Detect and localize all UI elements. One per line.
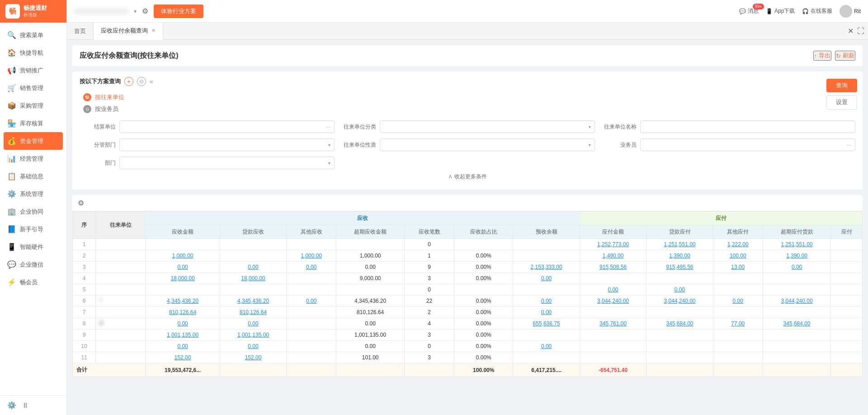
cell-overdue-payable[interactable]: 1,251,551.00: [763, 239, 831, 250]
sidebar-item-basicinfo[interactable]: 📋 基础信息: [0, 167, 66, 185]
cell-receivable-amount[interactable]: 0.00: [146, 262, 220, 273]
cell-loan-receivable[interactable]: 1,001,135.00: [220, 329, 286, 341]
cell-other-payable[interactable]: 77.00: [713, 318, 763, 329]
sidebar-item-system[interactable]: ⚙️ 系统管理: [0, 185, 66, 203]
field-input-dept[interactable]: ▾: [119, 138, 335, 151]
cell-advance-balance[interactable]: 0.00: [513, 307, 580, 318]
cell-overdue-payable[interactable]: 0.00: [763, 262, 831, 273]
tab-close-icon[interactable]: ✕: [151, 28, 156, 33]
col-header-payable-amount: 应付金额: [580, 225, 646, 239]
cell-overdue-payable[interactable]: 3,044,240.00: [763, 296, 831, 307]
maximize-icon[interactable]: ⛶: [857, 27, 864, 35]
cell-loan-payable[interactable]: 1,390.00: [646, 250, 713, 262]
cell-loan-receivable[interactable]: 4,345,436.20: [220, 296, 286, 307]
scheme-by-company[interactable]: 畅 按往来单位: [80, 91, 855, 103]
notification-btn[interactable]: 💬 消息 99+: [739, 7, 759, 15]
sidebar-item-wechat[interactable]: 💬 企业微信: [0, 256, 66, 273]
table-settings-icon[interactable]: ⚙: [78, 199, 84, 207]
sidebar-item-sales[interactable]: 🛒 销售管理: [0, 79, 66, 97]
cell-loan-receivable[interactable]: 810,126.64: [220, 307, 286, 318]
cell-loan-receivable[interactable]: 0.00: [220, 262, 286, 273]
sidebar-item-search[interactable]: 🔍 搜索菜单: [0, 26, 66, 44]
cell-other-receivable[interactable]: 1,000.00: [287, 250, 336, 262]
query-collapse-icon[interactable]: «: [150, 78, 153, 85]
sidebar-item-operations[interactable]: 📊 经营管理: [0, 150, 66, 167]
cell-other-payable[interactable]: 0.00: [713, 296, 763, 307]
cell-payable-amount: [580, 307, 646, 318]
cell-overdue-payable[interactable]: 345,684.00: [763, 318, 831, 329]
app-download-btn[interactable]: 📱 App下载: [766, 7, 795, 15]
export-button[interactable]: ↑ 导出: [813, 51, 832, 61]
cell-advance-balance[interactable]: 0.00: [513, 341, 580, 352]
cell-advance-balance[interactable]: 0.00: [513, 296, 580, 307]
cell-receivable-amount[interactable]: 1,000.00: [146, 250, 220, 262]
promo-button[interactable]: 体验行业方案: [154, 5, 203, 18]
cell-other-receivable[interactable]: 0.00: [287, 296, 336, 307]
sidebar-item-guide[interactable]: 📘 新手引导: [0, 220, 66, 238]
query-add-button[interactable]: +: [124, 77, 133, 86]
cell-payable-amount[interactable]: 1,252,773.00: [580, 239, 646, 250]
cell-advance-balance[interactable]: 2,153,333.00: [513, 262, 580, 273]
cell-payable-amount[interactable]: 345,761.00: [580, 318, 646, 329]
field-input-staff[interactable]: ···: [640, 138, 855, 151]
cell-receivable-amount[interactable]: 152.00: [146, 352, 220, 363]
pause-icon[interactable]: ⏸: [22, 401, 29, 410]
tab-receivables[interactable]: 应收应付余额查询 ✕: [94, 23, 163, 40]
field-input-branch-dept[interactable]: ▾: [119, 157, 335, 169]
cell-other-receivable[interactable]: 0.00: [287, 262, 336, 273]
scheme-by-staff[interactable]: ⊙ 按业务员: [80, 103, 855, 115]
set-button[interactable]: 设置: [826, 95, 857, 110]
sidebar-item-member[interactable]: ⚡ 畅会员: [0, 273, 66, 291]
cell-other-payable[interactable]: 100.00: [713, 250, 763, 262]
cell-loan-payable[interactable]: 915,495.56: [646, 262, 713, 273]
cell-payable-amount[interactable]: 3,044,240.00: [580, 296, 646, 307]
query-button[interactable]: 查询: [826, 79, 857, 92]
cell-payable-amount[interactable]: 0.00: [580, 284, 646, 296]
cell-loan-payable[interactable]: 3,044,240.00: [646, 296, 713, 307]
sidebar-item-hardware[interactable]: 📱 智能硬件: [0, 238, 66, 256]
sidebar-item-capital[interactable]: 💰 资金管理: [4, 132, 63, 150]
close-window-icon[interactable]: ✕: [848, 27, 854, 35]
cell-other-payable[interactable]: 1,222.00: [713, 239, 763, 250]
cell-loan-receivable[interactable]: 152.00: [220, 352, 286, 363]
cell-advance-balance[interactable]: 0.00: [513, 273, 580, 284]
sidebar-item-enterprise[interactable]: 🏢 企业协同: [0, 203, 66, 220]
query-setting-button[interactable]: ⊙: [137, 77, 146, 86]
cell-loan-payable[interactable]: 1,251,551.00: [646, 239, 713, 250]
user-avatar[interactable]: Rit: [840, 5, 861, 18]
cell-receivable-amount[interactable]: 810,126.64: [146, 307, 220, 318]
cell-receivable-ratio: 0.00%: [454, 318, 513, 329]
footer-receivable-amount[interactable]: 19,553,472,6...: [146, 363, 220, 377]
sidebar-item-marketing[interactable]: 📢 营销推广: [0, 62, 66, 79]
cell-loan-receivable[interactable]: 0.00: [220, 341, 286, 352]
cell-loan-receivable[interactable]: 0.00: [220, 318, 286, 329]
sidebar-item-purchase[interactable]: 📦 采购管理: [0, 97, 66, 114]
cell-payable-amount[interactable]: 915,508.56: [580, 262, 646, 273]
settings-icon[interactable]: ⚙️: [7, 401, 16, 410]
cell-receivable-amount[interactable]: 0.00: [146, 341, 220, 352]
tab-home[interactable]: 首页: [67, 23, 94, 40]
cell-other-payable[interactable]: 13.00: [713, 262, 763, 273]
cell-receivable-amount[interactable]: 0.00: [146, 318, 220, 329]
footer-advance-balance[interactable]: 6,417,215....: [513, 363, 580, 377]
cell-loan-payable[interactable]: 0.00: [646, 284, 713, 296]
cell-advance-balance[interactable]: 655,636.75: [513, 318, 580, 329]
refresh-button[interactable]: ↻ 刷新: [835, 51, 855, 61]
cell-payable-extra: [831, 307, 863, 318]
cell-payable-amount[interactable]: 1,490.00: [580, 250, 646, 262]
customer-service-btn[interactable]: 🎧 在线客服: [802, 7, 832, 15]
cell-overdue-payable[interactable]: 1,390.00: [763, 250, 831, 262]
query-more-toggle[interactable]: ∧ 收起更多条件: [80, 169, 855, 184]
field-input-settlement[interactable]: ···: [119, 120, 335, 133]
sidebar-item-inventory[interactable]: 🏪 库存核算: [0, 114, 66, 132]
field-input-companyname[interactable]: [640, 120, 855, 133]
field-input-nature[interactable]: ▾: [380, 138, 595, 151]
gear-icon[interactable]: ⚙: [142, 7, 148, 15]
cell-receivable-amount[interactable]: 4,345,436.20: [146, 296, 220, 307]
field-input-category[interactable]: ▾: [380, 120, 595, 133]
sidebar-item-quicknav[interactable]: 🏠 快捷导航: [0, 44, 66, 62]
cell-receivable-amount[interactable]: 18,000.00: [146, 273, 220, 284]
cell-receivable-amount[interactable]: 1,001,135.00: [146, 329, 220, 341]
cell-loan-payable[interactable]: 345,684.00: [646, 318, 713, 329]
cell-loan-receivable[interactable]: 18,000.00: [220, 273, 286, 284]
